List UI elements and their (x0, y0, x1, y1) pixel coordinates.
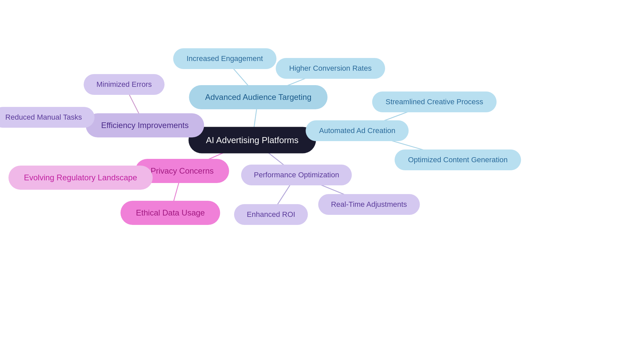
node-real-time-adjustments[interactable]: Real-Time Adjustments (318, 194, 420, 215)
node-ethical-data-usage[interactable]: Ethical Data Usage (120, 201, 220, 225)
node-minimized-errors[interactable]: Minimized Errors (84, 74, 164, 95)
mindmap-container: AI Advertising Platforms Advanced Audien… (0, 0, 644, 363)
node-evolving-regulatory-landscape[interactable]: Evolving Regulatory Landscape (8, 166, 153, 190)
node-higher-conversion-rates[interactable]: Higher Conversion Rates (276, 58, 385, 79)
node-optimized-content-generation[interactable]: Optimized Content Generation (394, 149, 521, 170)
node-increased-engagement[interactable]: Increased Engagement (173, 48, 276, 69)
node-streamlined-creative-process[interactable]: Streamlined Creative Process (372, 92, 496, 112)
node-automated-ad-creation[interactable]: Automated Ad Creation (306, 120, 409, 141)
node-efficiency-improvements[interactable]: Efficiency Improvements (86, 113, 204, 137)
node-performance-optimization[interactable]: Performance Optimization (241, 165, 352, 185)
node-advanced-audience-targeting[interactable]: Advanced Audience Targeting (189, 85, 327, 109)
center-node[interactable]: AI Advertising Platforms (189, 127, 316, 154)
node-enhanced-roi[interactable]: Enhanced ROI (234, 204, 308, 225)
node-reduced-manual-tasks[interactable]: Reduced Manual Tasks (0, 107, 95, 128)
